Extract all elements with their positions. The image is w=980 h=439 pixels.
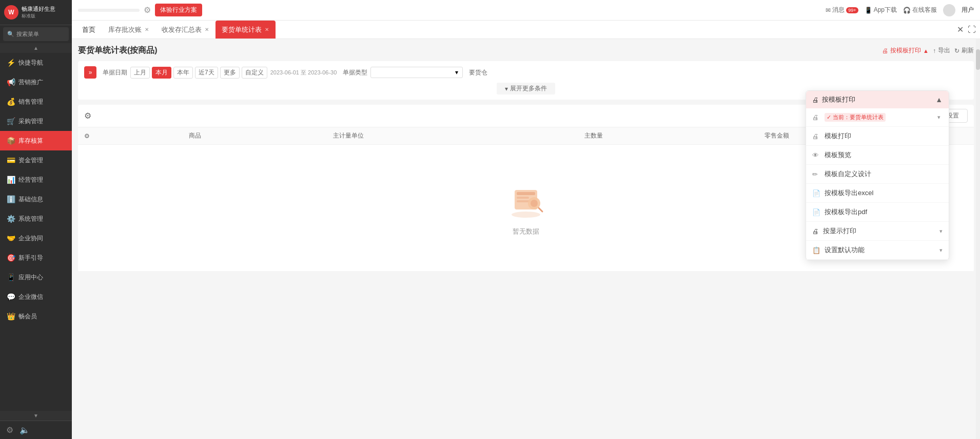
- default-func-icon: 📋: [812, 246, 820, 254]
- top-bar-left: ⚙ 体验行业方案: [78, 4, 821, 16]
- svg-rect-2: [517, 192, 535, 195]
- sidebar-item-guide[interactable]: 🎯 新手引导: [0, 248, 72, 268]
- sidebar-search[interactable]: 🔍 搜索菜单: [3, 27, 69, 41]
- sidebar-item-system[interactable]: ⚙️ 系统管理: [0, 209, 72, 228]
- template-print-label: 模板打印: [825, 131, 851, 141]
- filter-row: » 单据日期 上月 本月 本年 近7天 更多 自定义 2023-06-01 至 …: [84, 66, 968, 79]
- print-dropdown-arrow[interactable]: ▲: [923, 48, 929, 54]
- scroll-up-btn[interactable]: ▲: [0, 43, 72, 53]
- sidebar-item-basic[interactable]: ℹ️ 基础信息: [0, 189, 72, 209]
- type-select-arrow: ▾: [455, 69, 458, 76]
- template-excel-icon: 📄: [812, 189, 820, 197]
- sidebar-item-label: 营销推广: [18, 78, 43, 87]
- tab-batch-close[interactable]: ✕: [145, 27, 149, 32]
- expand-window-btn[interactable]: ⛶: [968, 25, 976, 34]
- dropdown-item-template-design[interactable]: ✏ 模板自定义设计: [806, 165, 949, 184]
- user-avatar[interactable]: [943, 4, 955, 16]
- expand-more-btn[interactable]: ▾ 展开更多条件: [497, 83, 555, 94]
- system-icon: ⚙️: [6, 214, 15, 223]
- online-service-label: 在线客服: [912, 6, 937, 14]
- dropdown-item-template-pdf[interactable]: 📄 按模板导出pdf: [806, 203, 949, 222]
- sidebar-item-appstore[interactable]: 📱 应用中心: [0, 268, 72, 287]
- purchase-icon: 🛒: [6, 117, 15, 126]
- sidebar-item-label: 畅会员: [18, 312, 37, 321]
- tab-batch[interactable]: 库存批次账 ✕: [102, 21, 155, 39]
- sidebar-item-sales[interactable]: 💰 销售管理: [0, 92, 72, 111]
- refresh-btn[interactable]: ↻ 刷新: [954, 46, 974, 55]
- logo-icon: W: [4, 5, 18, 20]
- col-unit: 主计量单位: [327, 127, 579, 145]
- sidebar-item-shortcut[interactable]: ⚡ 快捷导航: [0, 53, 72, 72]
- default-func-arrow: ▾: [939, 247, 943, 254]
- empty-illustration: [505, 180, 546, 221]
- sidebar-item-label: 应用中心: [18, 273, 43, 282]
- tab-collection-label: 收发存汇总表: [162, 25, 202, 34]
- sidebar-item-operations[interactable]: 📊 经营管理: [0, 170, 72, 189]
- scroll-track[interactable]: [976, 39, 980, 439]
- template-design-label: 模板自定义设计: [825, 169, 871, 179]
- sidebar-item-marketing[interactable]: 📢 营销推广: [0, 72, 72, 92]
- type-filter-label: 单据类型: [343, 68, 367, 77]
- close-window-btn[interactable]: ✕: [957, 25, 964, 34]
- dropdown-collapse-btn[interactable]: ▲: [935, 96, 943, 104]
- current-dropdown-arrow[interactable]: ▾: [937, 114, 940, 121]
- expand-more-label: 展开更多条件: [510, 84, 547, 93]
- online-service-btn[interactable]: 🎧 在线客服: [903, 6, 937, 14]
- message-icon: ✉: [826, 7, 831, 14]
- tab-requisition[interactable]: 要货单统计表 ✕: [215, 21, 276, 39]
- scroll-down-btn[interactable]: ▼: [0, 411, 72, 421]
- industry-btn[interactable]: 体验行业方案: [155, 4, 202, 16]
- table-settings-icon[interactable]: ⚙: [84, 111, 91, 121]
- col-settings[interactable]: ⚙: [78, 127, 183, 145]
- top-bar-right: ✉ 消息 99+ 📱 App下载 🎧 在线客服 用户: [826, 4, 974, 16]
- app-download-btn[interactable]: 📱 App下载: [865, 6, 897, 14]
- audio-icon[interactable]: 🔈: [19, 425, 30, 435]
- username-label: 用户: [962, 6, 974, 14]
- message-btn[interactable]: ✉ 消息 99+: [826, 6, 858, 14]
- display-print-icon: 🖨: [812, 227, 819, 235]
- date-btn-more[interactable]: 更多: [220, 67, 240, 79]
- sidebar-item-purchase[interactable]: 🛒 采购管理: [0, 111, 72, 131]
- print-template-btn[interactable]: 🖨 按模板打印 ▲: [882, 46, 929, 55]
- sidebar-item-finance[interactable]: 💳 资金管理: [0, 150, 72, 170]
- print-icon: 🖨: [882, 47, 888, 54]
- svg-point-6: [531, 200, 538, 207]
- sidebar-item-label: 新手引导: [18, 254, 43, 262]
- dropdown-item-template-preview[interactable]: 👁 模板预览: [806, 146, 949, 165]
- tab-collection[interactable]: 收发存汇总表 ✕: [155, 21, 215, 39]
- dropdown-item-template-print[interactable]: 🖨 模板打印: [806, 127, 949, 146]
- settings-footer-icon[interactable]: ⚙: [6, 425, 13, 435]
- svg-point-0: [512, 212, 540, 218]
- wechat-icon: 💬: [6, 292, 15, 301]
- date-btn-custom[interactable]: 自定义: [242, 67, 267, 79]
- date-btn-this-year[interactable]: 本年: [173, 67, 193, 79]
- sidebar-item-inventory[interactable]: 📦 库存核算: [0, 131, 72, 150]
- date-btn-last-month[interactable]: 上月: [130, 67, 150, 79]
- date-btn-7days[interactable]: 近7天: [195, 67, 218, 79]
- sidebar-item-label: 系统管理: [18, 215, 43, 223]
- expand-filter-icon[interactable]: »: [84, 66, 96, 79]
- dropdown-item-template-excel[interactable]: 📄 按模板导出excel: [806, 184, 949, 203]
- dropdown-default-func[interactable]: 📋 设置默认功能 ▾: [806, 241, 949, 260]
- dropdown-display-print[interactable]: 🖨 按显示打印 ▾: [806, 222, 949, 241]
- tab-requisition-close[interactable]: ✕: [265, 27, 269, 32]
- default-func-label: 设置默认功能: [825, 245, 865, 255]
- dropdown-current-item[interactable]: 🖨 ✓ 当前：要货单统计表 ▾: [806, 108, 949, 127]
- sidebar-item-wechat[interactable]: 💬 企业微信: [0, 287, 72, 307]
- type-select[interactable]: ▾: [370, 67, 463, 78]
- scroll-thumb: [976, 49, 980, 70]
- shortcut-icon: ⚡: [6, 58, 15, 67]
- sidebar-item-label: 采购管理: [18, 117, 43, 126]
- export-label: 导出: [938, 46, 950, 55]
- sidebar-item-member[interactable]: 👑 畅会员: [0, 307, 72, 326]
- refresh-icon: ↻: [954, 47, 959, 54]
- date-btn-this-month[interactable]: 本月: [152, 67, 171, 79]
- export-btn[interactable]: ↑ 导出: [933, 46, 950, 55]
- top-search-box[interactable]: [78, 9, 140, 12]
- tab-collection-close[interactable]: ✕: [205, 27, 209, 32]
- sidebar-item-enterprise[interactable]: 🤝 企业协同: [0, 228, 72, 248]
- tab-home[interactable]: 首页: [76, 21, 102, 39]
- current-icon: ✓: [827, 114, 831, 121]
- chevron-down-icon: ▾: [505, 85, 508, 92]
- gear-icon[interactable]: ⚙: [144, 5, 151, 15]
